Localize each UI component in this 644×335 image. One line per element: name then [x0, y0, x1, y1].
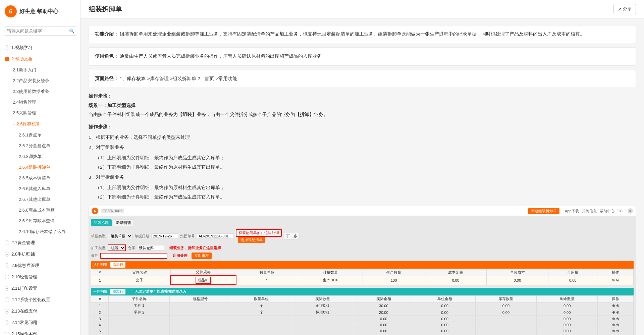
app-form-row1: 单据类型 组装单据 单据日期 集团单号 有装配清单的在这里处理 选择装配清单: [91, 229, 634, 243]
sidebar-item-splitcheck[interactable]: 2.6.2分量盘点单: [0, 141, 80, 151]
sidebar-item-otherout[interactable]: 2.6.7其他出库单: [0, 194, 80, 205]
annotation3-text: 启用处理: [173, 253, 187, 258]
col-qty2: 生产数量: [363, 269, 425, 276]
steps-sub-title: 操作步骤：: [89, 124, 636, 130]
cell2-unit-amount-1: 0.00: [414, 302, 475, 309]
app-tab-assembly[interactable]: 组装拆卸: [91, 219, 112, 226]
sidebar-item-inventory[interactable]: − 2.6库存核算: [0, 118, 80, 130]
func-intro-label: 功能介绍：: [95, 32, 118, 37]
share-label: 分享: [623, 6, 632, 12]
sidebar-item-prepare[interactable]: 2.3使用前数据准备: [0, 86, 80, 97]
sidebar-item-purchase[interactable]: 2.5采购管理: [0, 108, 80, 118]
app-form-row2: 加工类型 组装拆卸 仓库 组装业务、拆卸业务在这里选择: [91, 244, 634, 251]
sidebar-item-stockcheck2[interactable]: 2.6.9库存账本查询: [0, 216, 80, 226]
app-close-btn[interactable]: ×: [628, 208, 633, 214]
sidebar-item-assembly[interactable]: 2.6.4组装拆卸单: [0, 162, 80, 173]
table-row: 1 零件 1 个 企业0×1 30.00 0.00 0.00 0.00 ⊕ ⊗: [91, 302, 634, 309]
search-input[interactable]: [4, 26, 77, 36]
inventory-minus-icon: −: [13, 122, 15, 127]
collapse-icon: −: [5, 57, 9, 61]
cell2-spec-1: [170, 302, 231, 309]
logo-icon: 6: [5, 5, 17, 17]
sidebar-item-stockcheck[interactable]: 2.6.1盘点单: [0, 130, 80, 141]
sidebar-label-case: 2.15操作案例: [11, 331, 37, 335]
cell-parent-name: 桌子: [109, 276, 170, 285]
sidebar-label-install: 2.2产品安装及登录: [13, 78, 49, 84]
process-type-select[interactable]: 组装拆卸: [108, 244, 126, 251]
col2-child-name: 子件名称: [109, 296, 170, 302]
cell2-name-2: 零件 2: [109, 309, 170, 316]
code-input[interactable]: [197, 233, 234, 239]
sidebar-item-finance[interactable]: + 2.7资金管理: [0, 237, 80, 248]
share-icon: ↗: [618, 7, 622, 12]
sidebar-item-case[interactable]: + 2.15操作案例: [0, 328, 80, 335]
type-select[interactable]: 组装单据: [108, 233, 132, 239]
sidebar-item-sales[interactable]: 2.4销售管理: [0, 97, 80, 108]
col-num: #: [91, 269, 109, 276]
sidebar-item-adjust[interactable]: 2.6.3调拨单: [0, 151, 80, 162]
step3-sub1: （1）上部明细为父件明细，最终作为原材料生成其它出库单；: [95, 184, 636, 192]
table-row: 1 桌子 成品01 个 生产1×10 100 0.00 0.00 0.00 ⊕ …: [91, 276, 634, 285]
sidebar-label-custom: 2.12系统个性化设置: [11, 297, 50, 303]
sidebar-label-otherin: 2.6.6其他入库单: [19, 186, 50, 192]
search-button[interactable]: 🔍: [68, 27, 76, 35]
sidebar-label-ops: 2.10经营管理: [11, 274, 37, 280]
sidebar-item-custom[interactable]: + 2.12系统个性化设置: [0, 294, 80, 305]
sidebar-item-otherin[interactable]: 2.6.6其他入库单: [0, 183, 80, 194]
sidebar-item-coupon[interactable]: + 2.9优惠券管理: [0, 260, 80, 271]
sidebar: 6 好生意 帮助中心 🔍 + 1.视频学习 − 2.帮助文档 2.1新手入门 2…: [0, 0, 80, 335]
sidebar-item-ops[interactable]: + 2.10经营管理: [0, 271, 80, 283]
sidebar-label-prepare: 2.3使用前数据准备: [13, 89, 49, 95]
sidebar-item-costadj[interactable]: 2.6.5成本调整单: [0, 173, 80, 183]
cell2-unit-1: 个: [231, 302, 292, 309]
app-nav-items: App下载 招聘信息 帮助中心 CC: [565, 209, 623, 214]
sidebar-item-video[interactable]: + 1.视频学习: [0, 42, 80, 53]
app-tab-new[interactable]: 新增明细: [113, 219, 134, 226]
search-area: 🔍: [0, 23, 80, 39]
share-button[interactable]: ↗ 分享: [613, 4, 636, 14]
steps-title: 操作步骤：: [89, 93, 636, 99]
cell2-spec-5: [170, 328, 231, 334]
cell-avail: 0.00: [548, 276, 597, 285]
sidebar-label-video: 1.视频学习: [11, 45, 33, 51]
sidebar-item-mobile[interactable]: + 2.8手机旺铺: [0, 248, 80, 260]
cell-qty1: 生产1×10: [298, 276, 363, 285]
warehouse-input[interactable]: [137, 245, 164, 250]
add-row-btn[interactable]: 添加行: [110, 262, 125, 268]
confirm-btn[interactable]: 立即审核: [192, 253, 212, 259]
sidebar-item-stockerr[interactable]: 2.6.10库存账本错了么办: [0, 226, 80, 237]
sidebar-item-print[interactable]: + 2.11打印设置: [0, 283, 80, 294]
table-row: 3 0.00 0.00 0.00 ⊕ ⊗: [91, 316, 634, 322]
cell2-remain-5: 0.00: [536, 328, 597, 334]
col2-remain: 剩余数量: [536, 296, 597, 302]
step1: 1、根据不同的业务，选择不同单据的类型来处理: [89, 133, 636, 142]
sidebar-item-costcalc[interactable]: 2.6.8商品成本重算: [0, 205, 80, 216]
add-row2-btn[interactable]: 添加行: [110, 289, 125, 294]
app-frame: 6 TEST-H002 新建组装拆卸单 App下载 招聘信息 帮助中心 CC ×…: [89, 206, 636, 335]
cell-unit: 个: [236, 276, 298, 285]
content-area: 功能介绍： 组装拆卸单用来处理企业组装或拆卸等加工业务，支持有固定装配清单的产品…: [80, 18, 644, 335]
other-btn[interactable]: 下一步: [284, 233, 300, 240]
date-input[interactable]: [151, 233, 178, 239]
sidebar-item-newbie[interactable]: 2.1新手入门: [0, 65, 80, 75]
app-new-btn[interactable]: 新建组装拆卸单: [528, 208, 559, 214]
cell2-unit-3: [231, 316, 292, 322]
sidebar-item-online[interactable]: + 2.13在线支付: [0, 305, 80, 317]
sidebar-item-faq[interactable]: + 2.14常见问题: [0, 317, 80, 328]
sidebar-item-install[interactable]: 2.2产品安装及登录: [0, 75, 80, 86]
table-row: 5 0.00 0.00 0.00 ⊕ ⊗: [91, 328, 634, 334]
cell2-qty-5: [292, 328, 353, 334]
remark-input[interactable]: [100, 253, 167, 259]
expand-coupon-icon: +: [5, 263, 9, 268]
expand-finance-icon: +: [5, 240, 9, 245]
sidebar-item-docs[interactable]: − 2.帮助文档: [0, 53, 80, 65]
assign-btn[interactable]: 选择装配清单: [238, 237, 265, 243]
sidebar-label-stockerr: 2.6.10库存账本错了么办: [19, 229, 66, 235]
col-parent-name: 父件名称: [109, 269, 170, 276]
cell2-unit-amount-2: 0.00: [414, 309, 475, 316]
cell2-op-3: ⊕ ⊗: [598, 316, 634, 322]
cell-num: 1: [91, 276, 109, 285]
parent-table: # 父件名称 父件规格 数量单位 计量数量 生产数量 成本金额 单位成本 可用量…: [91, 269, 634, 285]
col-cost2: 单位成本: [486, 269, 548, 276]
steps-section: 操作步骤： 场景一：加工类型选择 当由多个子件材料组装成一个成品的业务为【组装】…: [89, 93, 636, 201]
